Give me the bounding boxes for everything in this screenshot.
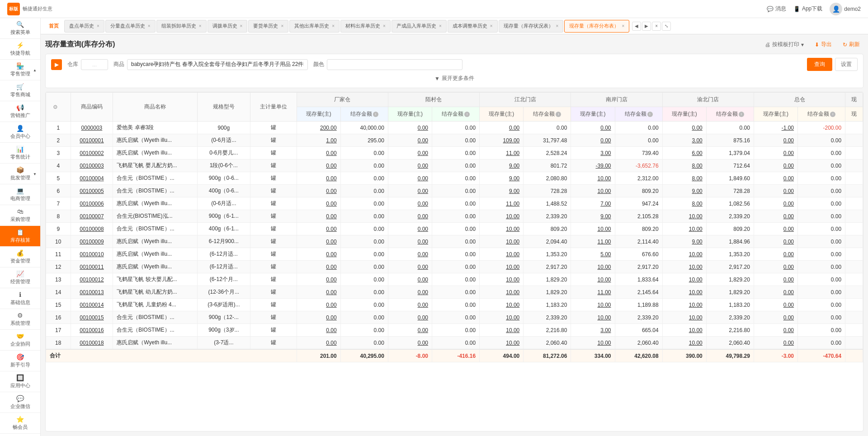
row-factory-qty[interactable]: 0.00 [297,197,340,210]
tab-close-10[interactable]: × [556,23,559,28]
row-total-qty[interactable]: 0.00 [754,185,797,197]
row-shanjia-qty[interactable]: 0.00 [388,299,432,311]
row-jiangbei-qty[interactable]: 9.00 [480,172,524,185]
row-jiangbei-qty[interactable]: 109.00 [480,134,524,147]
row-code[interactable]: 00100001 [71,134,113,147]
tab-stock-status[interactable]: 现存量（库存状况表） × [499,20,564,33]
row-shanjia-qty[interactable]: 0.00 [388,337,432,350]
row-shanjia-qty[interactable]: 0.00 [388,122,432,134]
row-shanjia-qty[interactable]: 0.00 [388,185,432,197]
tab-other-out[interactable]: 其他出库单历史 × [289,20,340,33]
sidebar-item-basic-info[interactable]: ℹ 基础信息 [0,288,40,309]
tab-assembly[interactable]: 组装拆卸单历史 × [156,20,207,33]
row-jiangbei-qty[interactable]: 10.00 [480,337,524,350]
row-total-qty[interactable]: 0.00 [754,172,797,185]
row-total-qty[interactable]: 0.00 [754,337,797,350]
row-factory-qty[interactable]: 0.00 [297,311,340,324]
message-btn[interactable]: 💬 消息 [767,5,786,13]
row-nanan-qty[interactable]: -39.00 [571,159,615,172]
sidebar-item-nav[interactable]: ⚡ 快捷导航 [0,39,40,60]
row-jiangbei-qty[interactable]: 10.00 [480,223,524,235]
tab-next-btn[interactable]: ▶ [642,22,651,31]
row-yubeimen-qty[interactable]: 10.00 [662,311,706,324]
row-factory-qty[interactable]: 200.00 [297,122,340,134]
row-shanjia-qty[interactable]: 0.00 [388,210,432,223]
row-total-qty[interactable]: -1.00 [754,122,797,134]
row-nanan-qty[interactable]: 10.00 [571,337,615,350]
row-factory-qty[interactable]: 0.00 [297,261,340,273]
row-jiangbei-qty[interactable]: 10.00 [480,324,524,337]
row-code[interactable]: 00100013 [71,286,113,299]
row-nanan-qty[interactable]: 9.00 [571,210,615,223]
tab-close-5[interactable]: × [281,23,283,28]
row-factory-qty[interactable]: 0.00 [297,286,340,299]
expand-conditions-btn[interactable]: ▼ 展开更多条件 [431,73,478,84]
row-shanjia-qty[interactable]: 0.00 [388,159,432,172]
row-total-qty[interactable]: 0.00 [754,223,797,235]
row-total-qty[interactable]: 0.00 [754,248,797,261]
app-download-btn[interactable]: 📱 App下载 [793,5,822,13]
row-shanjia-qty[interactable]: 0.00 [388,134,432,147]
color-input[interactable] [327,59,462,70]
row-factory-qty[interactable]: 0.00 [297,185,340,197]
sidebar-item-inventory[interactable]: 📋 库存核算 [0,226,40,247]
row-total-qty[interactable]: 0.00 [754,159,797,172]
row-code[interactable]: 00100012 [71,273,113,286]
row-nanan-qty[interactable]: 0.00 [571,122,615,134]
sidebar-item-system[interactable]: ⚙ 系统管理 [0,309,40,330]
total-amt-info[interactable]: i [830,112,835,117]
row-shanjia-qty[interactable]: 0.00 [388,286,432,299]
row-factory-qty[interactable]: 0.00 [297,299,340,311]
row-factory-qty[interactable]: 0.00 [297,235,340,248]
factory-amt-info[interactable]: i [373,112,378,117]
row-shanjia-qty[interactable]: 0.00 [388,172,432,185]
row-yubeimen-qty[interactable]: 3.00 [662,134,706,147]
row-nanan-qty[interactable]: 5.00 [571,248,615,261]
sidebar-item-retail-stats[interactable]: 📊 零售统计 [0,143,40,164]
tab-request[interactable]: 要货单历史 × [248,20,288,33]
row-nanan-qty[interactable]: 7.00 [571,197,615,210]
row-jiangbei-qty[interactable]: 10.00 [480,210,524,223]
row-total-qty[interactable]: 0.00 [754,134,797,147]
row-yubeimen-qty[interactable]: 8.00 [662,172,706,185]
row-code[interactable]: 00100006 [71,197,113,210]
row-factory-qty[interactable]: 0.00 [297,159,340,172]
refresh-btn[interactable]: ↻ 刷新 [839,39,863,50]
row-code[interactable]: 0000003 [71,122,113,134]
sidebar-item-collab[interactable]: 🤝 企业协同 [0,330,40,351]
row-jiangbei-qty[interactable]: 9.00 [480,159,524,172]
tab-close-9[interactable]: × [490,23,493,28]
row-code[interactable]: 00100002 [71,147,113,159]
jiangbei-amt-info[interactable]: i [556,112,561,117]
row-nanan-qty[interactable]: 10.00 [571,185,615,197]
sidebar-item-wholesale[interactable]: 📦 批发管理 [0,164,40,184]
row-nanan-qty[interactable]: 10.00 [571,273,615,286]
tab-close-6[interactable]: × [332,23,335,28]
tab-close-11[interactable]: × [622,23,624,28]
row-jiangbei-qty[interactable]: 11.00 [480,197,524,210]
tab-close-3[interactable]: × [199,23,202,28]
row-shanjia-qty[interactable]: 0.00 [388,235,432,248]
row-total-qty[interactable]: 0.00 [754,261,797,273]
row-yubeimen-qty[interactable]: 8.00 [662,159,706,172]
row-total-qty[interactable]: 0.00 [754,235,797,248]
row-nanan-qty[interactable]: 3.00 [571,147,615,159]
row-total-qty[interactable]: 0.00 [754,147,797,159]
row-nanan-qty[interactable]: 10.00 [571,261,615,273]
row-code[interactable]: 00100008 [71,223,113,235]
row-yubeimen-qty[interactable]: 10.00 [662,273,706,286]
row-nanan-qty[interactable]: 10.00 [571,223,615,235]
row-yubeimen-qty[interactable]: 10.00 [662,299,706,311]
tab-product-in[interactable]: 产成品入库单历史 × [392,20,447,33]
row-factory-qty[interactable]: 0.00 [297,223,340,235]
row-yubeimen-qty[interactable]: 10.00 [662,248,706,261]
row-jiangbei-qty[interactable]: 10.00 [480,286,524,299]
row-factory-qty[interactable]: 0.00 [297,273,340,286]
tab-close-1[interactable]: × [97,23,99,28]
row-code[interactable]: 00100015 [71,311,113,324]
row-code[interactable]: 00100016 [71,324,113,337]
row-shanjia-qty[interactable]: 0.00 [388,197,432,210]
row-factory-qty[interactable]: 1.00 [297,134,340,147]
row-total-qty[interactable]: 0.00 [754,299,797,311]
query-button[interactable]: 查询 [807,58,832,71]
